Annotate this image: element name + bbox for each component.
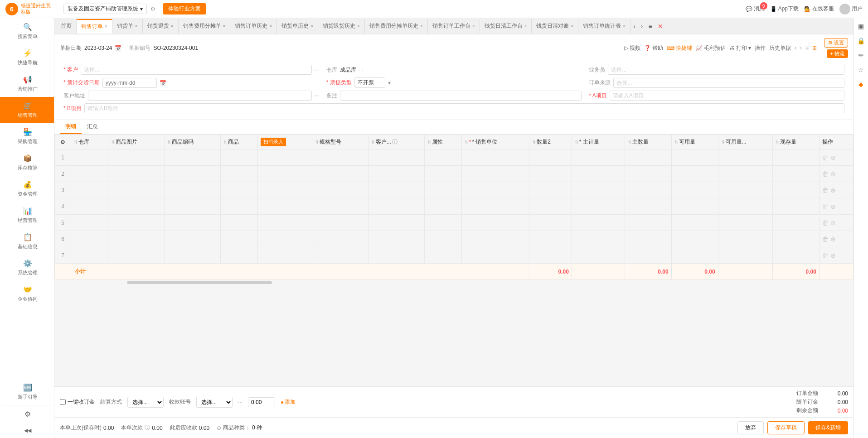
row7-available-more[interactable] [718, 247, 772, 264]
row6-main-unit[interactable] [572, 231, 625, 247]
row7-warehouse[interactable] [71, 247, 108, 264]
online-service-button[interactable]: 💁 在线客服 [804, 5, 834, 13]
table-settings-icon[interactable]: ⚙ [60, 139, 65, 145]
order-source-input[interactable] [613, 78, 844, 88]
row4-warehouse[interactable] [71, 198, 108, 215]
view-video-btn[interactable]: ▷ 视频 [624, 44, 640, 52]
row5-available[interactable] [671, 215, 718, 231]
one-click-payment-checkbox[interactable]: 一键收订金 [60, 398, 95, 406]
row5-attributes[interactable] [424, 215, 461, 231]
tab-close-sales-return[interactable]: × [135, 24, 138, 29]
tab-sales-order[interactable]: 销售订单 × [77, 19, 112, 34]
row3-product[interactable] [220, 182, 257, 198]
row7-sales-unit[interactable] [461, 247, 529, 264]
row4-customer-code[interactable] [368, 198, 424, 215]
profit-btn[interactable]: 📈 毛利预估 [696, 44, 726, 52]
row1-main-qty[interactable] [625, 149, 671, 166]
row5-product-code[interactable] [164, 215, 220, 231]
row3-product-img[interactable] [108, 182, 164, 198]
row6-current-stock[interactable] [772, 231, 819, 247]
tab-sales-fee-history[interactable]: 销售费用分摊单历史 × [365, 19, 428, 34]
save-draft-button[interactable]: 保存草稿 [767, 421, 805, 434]
row3-qty2[interactable] [529, 182, 572, 198]
calendar-icon[interactable]: 📅 [115, 45, 121, 51]
tab-sales-stats[interactable]: 销售订单统计表 × [578, 19, 630, 34]
payment-amount-input[interactable] [248, 397, 275, 407]
row7-current-stock[interactable] [772, 247, 819, 264]
warehouse-more-btn[interactable]: ··· [359, 67, 364, 73]
view-list-icon[interactable]: ≡ [805, 45, 809, 51]
horizontal-scrollbar[interactable] [54, 280, 853, 285]
message-button[interactable]: 💬 消息 9 [746, 5, 765, 13]
tab-close-all-button[interactable]: ✕ [655, 23, 666, 30]
customer-addr-input[interactable] [88, 91, 312, 101]
row2-product[interactable] [220, 166, 257, 182]
tab-close-cash-reconcile[interactable]: × [571, 24, 573, 29]
add-logistics-btn[interactable]: + 物流 [827, 49, 848, 58]
row1-delete-btn[interactable]: 🗑 [822, 154, 829, 161]
right-panel-btn-3[interactable]: ✏ [855, 49, 868, 62]
tab-close-refund-history[interactable]: × [357, 24, 360, 29]
save-new-button[interactable]: 保存&新增 [808, 421, 848, 434]
tab-sales-return-history[interactable]: 销货单历史 × [277, 19, 318, 34]
row6-copy-btn[interactable]: ⊕ [830, 236, 836, 243]
history-btn[interactable]: 历史单据 [769, 44, 791, 52]
row5-main-unit[interactable] [572, 215, 625, 231]
row7-product[interactable] [220, 247, 257, 264]
row3-attributes[interactable] [424, 182, 461, 198]
one-click-payment-input[interactable] [60, 399, 66, 405]
tab-close-sales-refund[interactable]: × [171, 24, 174, 29]
row3-available-more[interactable] [718, 182, 772, 198]
row5-current-stock[interactable] [772, 215, 819, 231]
row7-main-qty[interactable] [625, 247, 671, 264]
settings-panel-btn[interactable]: ⚙ 设置 [824, 38, 848, 48]
row7-customer-code[interactable] [368, 247, 424, 264]
row4-current-stock[interactable] [772, 198, 819, 215]
row1-product-img[interactable] [108, 149, 164, 166]
row3-available[interactable] [671, 182, 718, 198]
row2-main-unit[interactable] [572, 166, 625, 182]
row4-main-unit[interactable] [572, 198, 625, 215]
user-button[interactable]: 用户 [839, 4, 863, 14]
row3-customer-code[interactable] [368, 182, 424, 198]
row1-available[interactable] [671, 149, 718, 166]
row2-product-code[interactable] [164, 166, 220, 182]
system-selector[interactable]: 装备及固定资产辅助管理系统 ▾ [63, 4, 147, 14]
tab-close-sales-workbench[interactable]: × [472, 24, 475, 29]
tab-close-cash-workbench[interactable]: × [524, 24, 527, 29]
row1-qty2[interactable] [529, 149, 572, 166]
row4-product[interactable] [220, 198, 257, 215]
sidebar-item-finance[interactable]: 💰 资金管理 [0, 176, 54, 202]
row6-attributes[interactable] [424, 231, 461, 247]
row3-copy-btn[interactable]: ⊕ [830, 187, 836, 194]
receipt-account-select[interactable]: 选择... [196, 397, 233, 408]
row7-product-img[interactable] [108, 247, 164, 264]
row5-customer-code[interactable] [368, 215, 424, 231]
customer-more-btn[interactable]: ··· [315, 67, 319, 73]
row6-available[interactable] [671, 231, 718, 247]
view-grid-icon[interactable]: ⊞ [812, 45, 817, 51]
shortcut-btn[interactable]: ⌨ 快捷键 [667, 44, 692, 52]
salesperson-input[interactable] [608, 65, 844, 75]
row4-available[interactable] [671, 198, 718, 215]
row5-warehouse[interactable] [71, 215, 108, 231]
row6-warehouse[interactable] [71, 231, 108, 247]
row2-warehouse[interactable] [71, 166, 108, 182]
tab-sales-order-history[interactable]: 销售订单历史 × [230, 19, 277, 34]
tab-close-sales-order[interactable]: × [105, 24, 107, 29]
sidebar-item-collapse[interactable]: ◀◀ [0, 423, 54, 438]
detail-tab-detail[interactable]: 明细 [60, 120, 82, 134]
tab-close-sales-stats[interactable]: × [623, 24, 626, 29]
row4-delete-btn[interactable]: 🗑 [822, 203, 829, 210]
row2-copy-btn[interactable]: ⊕ [830, 170, 836, 178]
row4-product-code[interactable] [164, 198, 220, 215]
delivery-calendar-icon[interactable]: 📅 [160, 80, 166, 86]
row5-sales-unit[interactable] [461, 215, 529, 231]
row5-copy-btn[interactable]: ⊕ [830, 219, 836, 226]
row5-available-more[interactable] [718, 215, 772, 231]
row1-sales-unit[interactable] [461, 149, 529, 166]
remarks-input[interactable] [340, 91, 582, 101]
tab-sales-refund[interactable]: 销货退货 × [143, 19, 179, 34]
tab-sales-refund-history[interactable]: 销货退货历史 × [318, 19, 365, 34]
nav-right-icon[interactable]: › [800, 45, 802, 51]
